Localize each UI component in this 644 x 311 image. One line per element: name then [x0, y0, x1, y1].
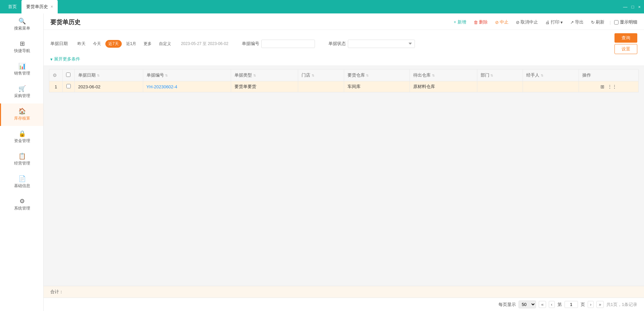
th-doc-no: 单据编号 ⇅ — [143, 70, 231, 81]
display-detail-checkbox[interactable] — [614, 20, 619, 25]
th-checkbox[interactable] — [63, 70, 75, 81]
basic-info-icon: 📄 — [18, 176, 26, 182]
refresh-button[interactable]: ↻ 刷新 — [589, 18, 606, 26]
content-area: 要货单历史 + 新增 🗑 删除 ⊘ 中止 ⊘ 取消中止 🖨 打印 — [44, 13, 644, 311]
quick-nav-icon: ⊞ — [20, 41, 25, 47]
page-header: 要货单历史 + 新增 🗑 删除 ⊘ 中止 ⊘ 取消中止 🖨 打印 — [44, 13, 644, 30]
sidebar-item-purchase-mgmt[interactable]: 🛒 采购管理 — [0, 81, 43, 103]
th-doc-no-label: 单据编号 — [147, 73, 164, 78]
sidebar-item-finance-mgmt[interactable]: 🔒 资金管理 — [0, 126, 43, 148]
sales-mgmt-icon: 📊 — [18, 63, 26, 69]
sidebar-item-system-mgmt[interactable]: ⚙ 系统管理 — [0, 193, 43, 216]
page-size-select[interactable]: 20 50 100 200 — [519, 301, 536, 308]
th-req-warehouse-sort-icon[interactable]: ⇅ — [366, 74, 369, 77]
doc-no-input[interactable] — [261, 40, 315, 48]
tab-home[interactable]: 首页 — [3, 0, 21, 13]
filter-row-1: 单据日期 昨天 今天 近7天 近1月 更多 自定义 2023-05-27 至 2… — [50, 33, 637, 54]
sidebar-item-sales-mgmt[interactable]: 📊 销售管理 — [0, 58, 43, 81]
print-dropdown-icon: ▾ — [560, 20, 563, 25]
row-num: 1 — [49, 81, 63, 92]
first-page-btn[interactable]: « — [539, 301, 546, 308]
status-filter-label: 单据状态 — [328, 41, 346, 47]
th-req-warehouse-label: 要货仓库 — [347, 73, 365, 78]
row-doc-type: 要货单要货 — [231, 81, 298, 92]
select-all-checkbox[interactable] — [66, 73, 70, 77]
sidebar-item-finance-mgmt-label: 资金管理 — [14, 138, 30, 144]
doc-no-filter-group: 单据编号 — [242, 40, 315, 48]
export-button[interactable]: ↗ 导出 — [568, 18, 586, 26]
row-doc-date: 2023-06-02 — [75, 81, 143, 92]
row-dept — [477, 81, 523, 92]
th-dept: 部门 ⇅ — [477, 70, 523, 81]
th-dept-sort-icon[interactable]: ⇅ — [490, 74, 493, 77]
th-settings[interactable]: ⚙ — [49, 70, 63, 81]
new-button[interactable]: + 新增 — [451, 18, 468, 26]
last-page-btn[interactable]: » — [596, 301, 603, 308]
prev-page-btn[interactable]: ‹ — [549, 301, 555, 308]
date-btn-custom[interactable]: 自定义 — [156, 40, 174, 48]
date-btn-more[interactable]: 更多 — [141, 40, 155, 48]
sidebar-item-basic-info[interactable]: 📄 基础信息 — [0, 171, 43, 193]
maximize-btn[interactable]: □ — [632, 4, 634, 9]
status-select[interactable] — [348, 40, 415, 48]
display-detail-toggle[interactable]: 显示明细 — [614, 19, 637, 25]
date-btn-yesterday[interactable]: 昨天 — [74, 40, 89, 48]
total-info: 共1页，1条记录 — [606, 302, 637, 308]
minimize-btn[interactable]: — — [623, 4, 628, 9]
row-checkbox[interactable] — [63, 81, 75, 92]
sidebar-item-search-menu-label: 搜索菜单 — [14, 26, 30, 31]
print-button[interactable]: 🖨 打印 ▾ — [543, 18, 565, 26]
tab-active[interactable]: 要货单历史 × — [21, 0, 58, 13]
ops-mgmt-icon: 📋 — [18, 153, 26, 159]
date-btn-last1month[interactable]: 近1月 — [123, 40, 140, 48]
th-handler: 经手人 ⇅ — [523, 70, 579, 81]
column-settings-icon[interactable]: ⚙ — [53, 73, 57, 78]
inventory-icon: 🏠 — [18, 108, 26, 114]
th-doc-type-sort-icon[interactable]: ⇅ — [253, 74, 256, 77]
th-store: 门店 ⇅ — [298, 70, 344, 81]
row-doc-no[interactable]: YH-20230602-4 — [143, 81, 231, 92]
expand-more-btn[interactable]: ▾ 展开更多条件 — [50, 56, 637, 62]
th-handler-sort-icon[interactable]: ⇅ — [541, 74, 543, 77]
filter-actions: 查询 设置 — [614, 33, 637, 54]
sidebar-item-inventory[interactable]: 🏠 库存核算 — [0, 103, 43, 126]
sidebar-item-quick-nav[interactable]: ⊞ 快捷导航 — [0, 36, 43, 58]
table-body: 1 2023-06-02 YH-20230602-4 要货单要货 车间库 原材料… — [49, 81, 639, 92]
setting-button[interactable]: 设置 — [614, 44, 637, 54]
tab-bar: 首页 要货单历史 × — □ × — [0, 0, 644, 13]
filter-area: 单据日期 昨天 今天 近7天 近1月 更多 自定义 2023-05-27 至 2… — [44, 30, 644, 66]
row-store — [298, 81, 344, 92]
page-title: 要货单历史 — [50, 18, 80, 26]
page-size-label: 每页显示 — [498, 302, 516, 308]
th-doc-type: 单据类型 ⇅ — [231, 70, 298, 81]
delete-button[interactable]: 🗑 删除 — [472, 18, 490, 26]
row-view-icon[interactable]: ⊞ — [600, 84, 604, 89]
row-more-icon[interactable]: ⋮⋮ — [607, 84, 617, 89]
sidebar-item-ops-mgmt[interactable]: 📋 经营管理 — [0, 148, 43, 171]
th-doc-no-sort-icon[interactable]: ⇅ — [165, 74, 168, 77]
date-btn-today[interactable]: 今天 — [90, 40, 104, 48]
th-doc-date-sort-icon[interactable]: ⇅ — [97, 74, 100, 77]
sidebar-item-ops-mgmt-label: 经营管理 — [14, 161, 30, 166]
date-btn-last7days[interactable]: 近7天 — [105, 40, 122, 48]
stop-button[interactable]: ⊘ 中止 — [493, 18, 511, 26]
purchase-mgmt-icon: 🛒 — [18, 86, 26, 92]
system-mgmt-icon: ⚙ — [19, 198, 25, 204]
page-number-input[interactable] — [565, 301, 578, 308]
doc-no-filter-label: 单据编号 — [242, 41, 259, 47]
doc-no-link[interactable]: YH-20230602-4 — [147, 84, 177, 89]
sidebar-item-search-menu[interactable]: 🔍 搜索菜单 — [0, 13, 43, 36]
window-close-btn[interactable]: × — [638, 4, 641, 9]
next-page-btn[interactable]: › — [588, 301, 594, 308]
th-store-sort-icon[interactable]: ⇅ — [312, 74, 314, 77]
pagination-bar: 每页显示 20 50 100 200 « ‹ 第 页 › » 共1页，1条记录 — [44, 298, 644, 311]
cancel-stop-button[interactable]: ⊘ 取消中止 — [514, 18, 540, 26]
tab-close-icon[interactable]: × — [51, 4, 53, 9]
sidebar-item-inventory-label: 库存核算 — [14, 116, 30, 121]
th-pending-warehouse-sort-icon[interactable]: ⇅ — [432, 74, 435, 77]
search-menu-icon: 🔍 — [18, 18, 26, 24]
cancel-stop-icon: ⊘ — [516, 20, 520, 25]
sidebar-item-purchase-mgmt-label: 采购管理 — [14, 93, 30, 99]
summary-label: 合计： — [50, 289, 63, 294]
query-button[interactable]: 查询 — [614, 33, 637, 43]
